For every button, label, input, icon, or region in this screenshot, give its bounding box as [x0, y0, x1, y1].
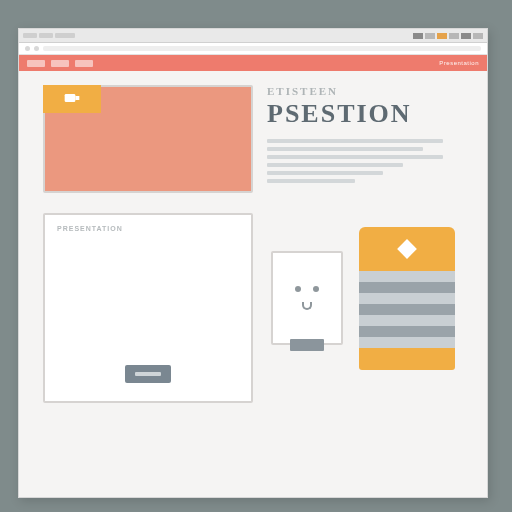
titlebar-segment [437, 33, 447, 39]
stack-body [359, 271, 455, 348]
text-line [267, 179, 355, 183]
text-line [267, 155, 443, 159]
stack-row [359, 304, 455, 315]
text-line [267, 147, 423, 151]
stack-card[interactable] [359, 227, 455, 377]
text-line [267, 163, 403, 167]
button-label-placeholder [135, 372, 161, 376]
camera-icon [64, 90, 80, 108]
card-caption: PRESENTATION [57, 225, 239, 232]
eyebrow-text: ETISTEEN [267, 85, 467, 97]
page-title: PSESTION [267, 99, 467, 129]
titlebar-segment [425, 33, 435, 39]
url-input[interactable] [43, 46, 481, 51]
toolbar-right-label: Presentation [439, 60, 479, 66]
app-toolbar: Presentation [19, 55, 487, 71]
bottom-fade [19, 467, 487, 497]
paragraph-placeholder [267, 139, 467, 183]
titlebar-segment [461, 33, 471, 39]
diamond-icon [397, 239, 417, 259]
stack-row [359, 337, 455, 348]
window-control[interactable] [39, 33, 53, 38]
toolbar-button[interactable] [27, 60, 45, 67]
avatar-card-button[interactable] [290, 339, 324, 351]
nav-back-icon[interactable] [25, 46, 30, 51]
svg-rect-0 [65, 94, 76, 102]
heading-block: ETISTEEN PSESTION [267, 85, 467, 183]
titlebar-segment [449, 33, 459, 39]
card-action-button[interactable] [125, 365, 171, 383]
content-card: PRESENTATION [43, 213, 253, 403]
nav-forward-icon[interactable] [34, 46, 39, 51]
app-window: Presentation ETISTEEN PSESTION PRESE [18, 28, 488, 498]
text-line [267, 139, 443, 143]
titlebar-segment [473, 33, 483, 39]
toolbar-button[interactable] [75, 60, 93, 67]
window-control[interactable] [55, 33, 75, 38]
svg-rect-1 [75, 96, 79, 100]
stack-row [359, 282, 455, 293]
hero-banner [43, 85, 253, 193]
stack-header [359, 227, 455, 271]
face-icon [287, 272, 327, 324]
window-control[interactable] [23, 33, 37, 38]
window-controls[interactable] [23, 33, 75, 38]
text-line [267, 171, 383, 175]
stack-row [359, 315, 455, 326]
avatar-card [271, 251, 343, 345]
address-bar [19, 43, 487, 55]
toolbar-button[interactable] [51, 60, 69, 67]
stack-footer [359, 348, 455, 370]
stack-row [359, 293, 455, 304]
window-titlebar [19, 29, 487, 43]
page-canvas: ETISTEEN PSESTION PRESENTATION [19, 71, 487, 497]
hero-tab[interactable] [43, 85, 101, 113]
stack-row [359, 326, 455, 337]
stack-row [359, 271, 455, 282]
titlebar-segment [413, 33, 423, 39]
titlebar-right-cluster [413, 33, 483, 39]
